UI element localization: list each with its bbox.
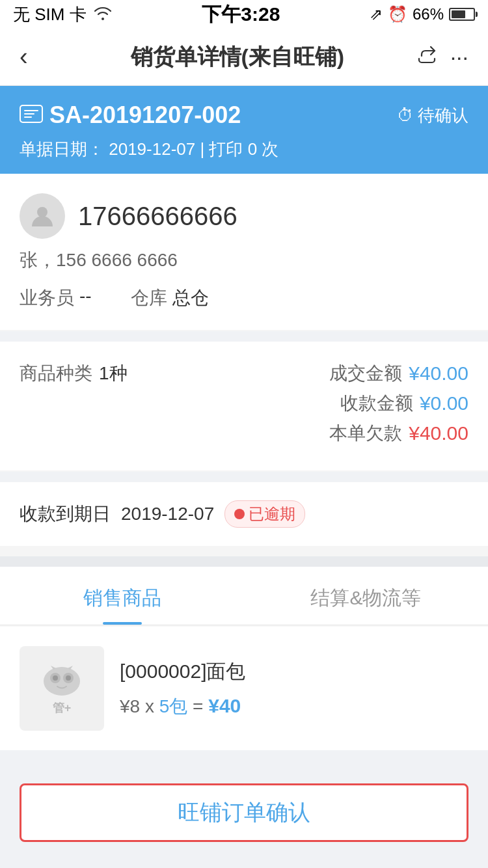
svg-point-6	[66, 675, 71, 681]
wifi-icon	[93, 5, 113, 25]
status-left: 无 SIM 卡	[13, 3, 113, 26]
confirm-button-label: 旺铺订单确认	[178, 798, 310, 828]
product-name: [0000002]面包	[120, 658, 468, 685]
svg-point-5	[53, 675, 58, 681]
status-time: 下午3:28	[202, 1, 280, 28]
avatar	[20, 193, 65, 239]
battery-icon	[449, 8, 475, 21]
due-date-value: 2019-12-07	[121, 504, 214, 524]
nav-bar: ‹ 销货单详情(来自旺铺) ···	[0, 29, 488, 86]
product-info: [0000002]面包 ¥8 x 5包 = ¥40	[120, 658, 468, 719]
more-icon[interactable]: ···	[450, 44, 468, 70]
carrier-text: 无 SIM 卡	[13, 3, 87, 26]
brand-label: 管+	[53, 700, 72, 716]
tab-products[interactable]: 销售商品	[0, 567, 244, 625]
order-id: SA-20191207-002	[20, 102, 241, 129]
deal-amount-value: ¥40.00	[409, 362, 468, 385]
summary-left: 商品种类 1种	[20, 361, 329, 388]
total-text: ¥40	[208, 695, 241, 716]
order-icon	[20, 102, 43, 129]
status-right: ⇗ ⏰ 66%	[370, 5, 475, 23]
location-icon: ⇗	[370, 5, 383, 23]
battery-percentage: 66%	[413, 5, 444, 23]
confirm-order-button[interactable]: 旺铺订单确认	[20, 783, 468, 842]
status-bar: 无 SIM 卡 下午3:28 ⇗ ⏰ 66%	[0, 0, 488, 29]
customer-phone: 17666666666	[78, 202, 237, 231]
price-text: ¥8 x	[120, 696, 159, 716]
thumbnail-inner: 管+	[39, 662, 85, 716]
page-title: 销货单详情(来自旺铺)	[59, 42, 416, 72]
warehouse-label: 仓库	[131, 286, 167, 310]
order-date-row: 单据日期： 2019-12-07 | 打印 0 次	[20, 138, 468, 161]
salesman-label: 业务员	[20, 286, 74, 310]
alarm-icon: ⏰	[388, 5, 407, 23]
balance-value: ¥40.00	[409, 422, 468, 444]
tab-settlement[interactable]: 结算&物流等	[244, 567, 488, 625]
tabs-section: 销售商品 结算&物流等	[0, 567, 488, 625]
equals-text: =	[187, 696, 208, 716]
summary-section: 商品种类 1种 成交金额 ¥40.00 收款金额 ¥0.00 本单欠款 ¥40.…	[0, 342, 488, 470]
share-icon[interactable]	[416, 44, 437, 70]
balance-label: 本单欠款	[329, 421, 402, 446]
collected-value: ¥0.00	[420, 392, 468, 414]
salesman-value: --	[79, 286, 92, 310]
warehouse-meta: 仓库 总仓	[131, 286, 209, 310]
warehouse-value: 总仓	[172, 286, 209, 310]
due-date-section: 收款到期日 2019-12-07 已逾期	[0, 482, 488, 546]
product-type-label: 商品种类	[20, 361, 92, 386]
overdue-dot-icon	[234, 509, 245, 519]
quantity-text: 5包	[159, 696, 188, 716]
deal-amount-label: 成交金额	[329, 361, 402, 386]
deal-amount-row: 成交金额 ¥40.00	[329, 361, 468, 386]
section-divider	[0, 556, 488, 567]
balance-amount-row: 本单欠款 ¥40.00	[329, 421, 468, 446]
summary-right: 成交金额 ¥40.00 收款金额 ¥0.00 本单欠款 ¥40.00	[329, 361, 468, 451]
due-date-label: 收款到期日	[20, 502, 111, 526]
customer-meta: 业务员 -- 仓库 总仓	[20, 286, 468, 310]
divider-1	[0, 331, 488, 342]
customer-top: 17666666666	[20, 193, 468, 239]
order-header-top: SA-20191207-002 ⏱ 待确认	[20, 102, 468, 129]
divider-2	[0, 472, 488, 482]
salesman-meta: 业务员 --	[20, 286, 92, 310]
collected-amount-row: 收款金额 ¥0.00	[329, 391, 468, 416]
product-price: ¥8 x 5包 = ¥40	[120, 694, 468, 719]
svg-point-2	[44, 667, 80, 696]
product-type-count: 1种	[99, 361, 128, 386]
confirm-section: 旺铺订单确认	[0, 770, 488, 868]
customer-section: 17666666666 张，156 6666 6666 业务员 -- 仓库 总仓	[0, 174, 488, 330]
collected-label: 收款金额	[340, 391, 413, 416]
overdue-badge: 已逾期	[224, 500, 305, 528]
product-section: 管+ [0000002]面包 ¥8 x 5包 = ¥40	[0, 627, 488, 750]
order-header-banner: SA-20191207-002 ⏱ 待确认 单据日期： 2019-12-07 |…	[0, 86, 488, 174]
product-type-row: 商品种类 1种	[20, 361, 329, 386]
overdue-text: 已逾期	[249, 504, 295, 524]
svg-point-1	[37, 207, 47, 217]
customer-name: 张，156 6666 6666	[20, 248, 468, 273]
nav-actions: ···	[416, 44, 468, 70]
back-button[interactable]: ‹	[20, 43, 59, 71]
status-clock-icon: ⏱	[397, 105, 414, 126]
product-thumbnail: 管+	[20, 646, 104, 731]
order-status: ⏱ 待确认	[397, 104, 468, 127]
